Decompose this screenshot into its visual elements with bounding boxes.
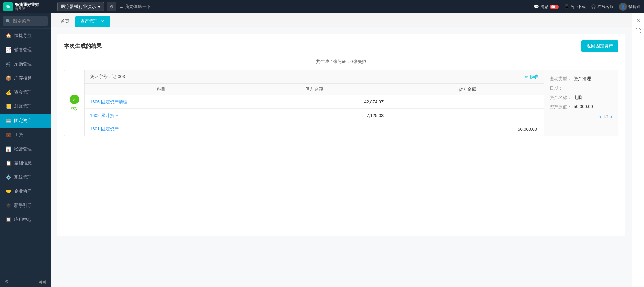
page-info: 1/1 <box>603 114 610 119</box>
sidebar-item-label: 总账管理 <box>14 103 32 109</box>
edit-button[interactable]: ✏ 修改 <box>525 74 539 80</box>
voucher-rows: 1606 固定资产清理 42,874.97 1602 累计折旧 7,125.03… <box>85 95 544 136</box>
tab-home[interactable]: 首页 <box>56 16 74 27</box>
next-page-button[interactable]: > <box>610 114 613 119</box>
sidebar-item-ledger[interactable]: 📒 总账管理 <box>0 99 51 114</box>
sidebar-bottom: ⚙ ◀◀ <box>0 276 51 287</box>
right-panel: ✕ ⛶ <box>632 13 644 287</box>
tab-home-label: 首页 <box>61 18 69 24</box>
sidebar-item-guide[interactable]: 🎓 新手引导 <box>0 198 51 213</box>
ops-icon: 📊 <box>5 146 11 152</box>
collapse-sidebar-icon[interactable]: ◀◀ <box>38 279 46 284</box>
sidebar-item-label: 销售管理 <box>14 47 32 53</box>
sidebar-item-system[interactable]: ⚙️ 系统管理 <box>0 170 51 184</box>
sidebar-item-label: 采购管理 <box>14 61 32 67</box>
salary-icon: 💼 <box>5 132 11 138</box>
chevron-down-icon: ▾ <box>98 4 100 9</box>
sidebar-search-area: 🔍 搜索菜单 <box>0 13 51 29</box>
voucher-info-panel: 变动类型： 资产清理 日期： 资产名称： 电脑 资产原值： <box>544 70 618 136</box>
sidebar-item-collab[interactable]: 🤝 企业协同 <box>0 184 51 198</box>
debit-cell-1: 42,874.97 <box>237 99 391 104</box>
sidebar-item-finance[interactable]: 💰 资金管理 <box>0 85 51 99</box>
sidebar-item-ops[interactable]: 📊 经营管理 <box>0 142 51 156</box>
search-menu-button[interactable]: 🔍 搜索菜单 <box>3 16 48 26</box>
subject-cell-3[interactable]: 1601 固定资产 <box>85 126 237 132</box>
company-selector[interactable]: 医疗器械行业演示 ▾ <box>57 2 104 11</box>
finance-icon: 💰 <box>5 89 11 95</box>
info-asset-name: 资产名称： 电脑 <box>550 95 613 101</box>
sidebar-item-label: 工资 <box>14 132 23 138</box>
expand-icon[interactable]: ⛶ <box>634 27 642 35</box>
voucher-number: 凭证字号：记-003 <box>90 74 125 80</box>
sidebar-item-fixed-assets[interactable]: 🏢 固定资产 <box>0 114 51 128</box>
online-service-button[interactable]: 🎧 在线客服 <box>591 4 614 10</box>
prev-page-button[interactable]: < <box>599 114 602 119</box>
top-bar-right: 💬 消息 99+ 📱 App下载 🎧 在线客服 👤 畅捷通 <box>534 3 641 11</box>
sidebar-item-salary[interactable]: 💼 工资 <box>0 128 51 142</box>
sidebar-item-label: 应用中心 <box>14 217 32 223</box>
credit-cell-3: 50,000.00 <box>390 127 544 132</box>
settings-bottom-icon[interactable]: ⚙ <box>5 279 9 284</box>
ledger-icon: 📒 <box>5 103 11 109</box>
purchase-icon: 🛒 <box>5 61 11 67</box>
col-header-debit: 借方金额 <box>238 86 391 92</box>
settings-icon[interactable]: ⚙ <box>107 2 116 11</box>
messages-badge: 99+ <box>550 5 559 9</box>
messages-button[interactable]: 💬 消息 99+ <box>534 4 559 10</box>
page-content: 本次生成的结果 返回固定资产 共生成 1张凭证，0张失败 ✓ 成功 <box>51 27 632 287</box>
summary-text: 共生成 1张凭证，0张失败 <box>64 59 618 65</box>
info-original-value: 资产原值： 50,000.00 <box>550 104 613 110</box>
info-date: 日期： <box>550 85 613 91</box>
brand-text: 畅捷通好业财 普及版 <box>15 2 39 11</box>
message-icon: 💬 <box>534 4 539 9</box>
system-icon: ⚙️ <box>5 174 11 180</box>
success-label: 成功 <box>70 106 79 112</box>
content-area: 首页 资产管理 ✕ 本次生成的结果 返回固定资产 共生成 1张凭证，0张失败 <box>51 13 632 287</box>
experience-button[interactable]: ☁ 我要体验一下 <box>119 4 151 10</box>
sales-icon: 📈 <box>5 47 11 53</box>
close-right-panel-icon[interactable]: ✕ <box>634 16 642 24</box>
voucher-header: 凭证字号：记-003 ✏ 修改 <box>85 70 544 84</box>
tab-close-icon[interactable]: ✕ <box>100 19 105 24</box>
subject-cell-2[interactable]: 1602 累计折旧 <box>85 113 237 119</box>
sidebar-item-label: 库存核算 <box>14 75 32 81</box>
subject-cell-1[interactable]: 1606 固定资产清理 <box>85 99 237 105</box>
sidebar-nav: 🏠 快捷导航 📈 销售管理 🛒 采购管理 📦 库存核算 💰 资金管理 📒 <box>0 29 51 276</box>
sidebar-item-sales[interactable]: 📈 销售管理 <box>0 43 51 57</box>
sidebar-item-label: 基础信息 <box>14 160 32 166</box>
result-header: 本次生成的结果 返回固定资产 <box>64 40 618 52</box>
search-label: 搜索菜单 <box>13 18 30 24</box>
info-change-type: 变动类型： 资产清理 <box>550 76 613 82</box>
search-icon: 🔍 <box>5 19 11 24</box>
inventory-icon: 📦 <box>5 75 11 81</box>
sidebar-item-label: 经营管理 <box>14 146 32 152</box>
voucher-status: ✓ 成功 <box>64 70 85 136</box>
return-button[interactable]: 返回固定资产 <box>581 40 618 52</box>
sidebar-item-purchase[interactable]: 🛒 采购管理 <box>0 57 51 71</box>
sidebar: 🔍 搜索菜单 🏠 快捷导航 📈 销售管理 🛒 采购管理 📦 库存核算 <box>0 13 51 287</box>
main-layout: 🔍 搜索菜单 🏠 快捷导航 📈 销售管理 🛒 采购管理 📦 库存核算 <box>0 13 644 287</box>
table-row: 1602 累计折旧 7,125.03 <box>85 109 544 122</box>
user-profile[interactable]: 👤 畅捷通 <box>619 3 641 11</box>
apps-icon: 🔲 <box>5 217 11 223</box>
tab-asset-mgmt[interactable]: 资产管理 ✕ <box>75 16 110 27</box>
guide-icon: 🎓 <box>5 202 11 209</box>
brand-icon: 畅 <box>3 2 13 11</box>
sidebar-item-label: 固定资产 <box>14 118 32 124</box>
sidebar-item-basic[interactable]: 📋 基础信息 <box>0 156 51 170</box>
sidebar-item-apps[interactable]: 🔲 应用中心 <box>0 213 51 227</box>
sidebar-item-label: 系统管理 <box>14 174 32 180</box>
sidebar-item-label: 快捷导航 <box>14 33 32 39</box>
result-panel: 本次生成的结果 返回固定资产 共生成 1张凭证，0张失败 ✓ 成功 <box>57 34 625 236</box>
sidebar-item-inventory[interactable]: 📦 库存核算 <box>0 71 51 85</box>
sidebar-item-label: 新手引导 <box>14 202 32 209</box>
sidebar-item-quick-nav[interactable]: 🏠 快捷导航 <box>0 29 51 43</box>
brand-sub: 普及版 <box>15 7 39 11</box>
assets-icon: 🏢 <box>5 118 11 124</box>
edit-icon: ✏ <box>525 74 528 79</box>
tab-bar: 首页 资产管理 ✕ <box>51 13 632 27</box>
page-title: 本次生成的结果 <box>64 43 102 50</box>
debit-cell-2: 7,125.03 <box>237 113 391 118</box>
phone-icon: 📱 <box>564 4 569 9</box>
app-download-button[interactable]: 📱 App下载 <box>564 4 586 10</box>
